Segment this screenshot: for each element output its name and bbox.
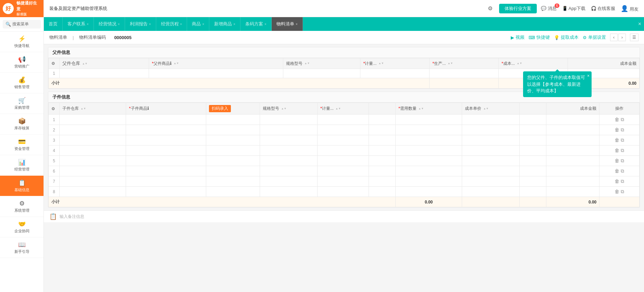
view-video-action[interactable]: ▶ 视频 — [511, 34, 524, 40]
child-scan-7[interactable] — [206, 176, 260, 187]
sidebar-item-marketing[interactable]: 📢 营销推广 — [0, 52, 44, 73]
delete-icon-7[interactable]: 🗑 — [615, 178, 619, 184]
child-scan-1[interactable] — [206, 115, 260, 125]
sidebar-item-collab[interactable]: 🤝 企业协同 — [0, 217, 44, 237]
child-warehouse-3[interactable] — [60, 135, 126, 145]
child-warehouse-2[interactable] — [60, 125, 126, 135]
tab-close-icon[interactable]: × — [118, 22, 120, 26]
tab-close-icon[interactable]: × — [296, 22, 298, 26]
sidebar-item-finance[interactable]: 💳 资金管理 — [0, 135, 44, 155]
trial-button[interactable]: 体验行业方案 — [499, 4, 537, 13]
child-unit-1[interactable] — [317, 115, 369, 125]
child-scan-4[interactable] — [206, 145, 260, 156]
delete-icon-3[interactable]: 🗑 — [615, 137, 619, 143]
parent-product-cell[interactable] — [149, 69, 283, 78]
child-unit-5[interactable] — [317, 156, 369, 166]
child-unit-cost-4[interactable] — [462, 145, 520, 156]
child-scan-2[interactable] — [206, 125, 260, 135]
delete-icon-8[interactable]: 🗑 — [615, 189, 619, 195]
sidebar-item-basic[interactable]: 📋 基础信息 — [0, 176, 44, 196]
tab-close-icon[interactable]: × — [180, 22, 182, 26]
tab-barcode[interactable]: 条码方案 × — [240, 17, 272, 31]
child-warehouse-5[interactable] — [60, 156, 126, 166]
sidebar-item-system[interactable]: ⚙ 系统管理 — [0, 196, 44, 217]
child-warehouse-6[interactable] — [60, 166, 126, 176]
child-warehouse-4[interactable] — [60, 145, 126, 156]
child-scan-5[interactable] — [206, 156, 260, 166]
tab-new-product[interactable]: 新增商品 × — [209, 17, 240, 31]
delete-icon-6[interactable]: 🗑 — [615, 168, 619, 174]
child-product-3[interactable] — [126, 135, 206, 145]
parent-warehouse-cell[interactable] — [60, 69, 149, 78]
child-spec-4[interactable] — [260, 145, 318, 156]
close-all-icon[interactable]: × — [638, 21, 641, 27]
parent-spec-cell[interactable] — [283, 69, 360, 78]
child-product-8[interactable] — [126, 187, 206, 197]
child-scan-8[interactable] — [206, 187, 260, 197]
child-product-4[interactable] — [126, 145, 206, 156]
child-spec-3[interactable] — [260, 135, 318, 145]
copy-icon-4[interactable]: ⧉ — [621, 148, 624, 153]
delete-icon-1[interactable]: 🗑 — [615, 117, 619, 122]
child-qty-6[interactable] — [395, 166, 462, 176]
parent-unit-cell[interactable] — [360, 69, 430, 78]
delete-icon-5[interactable]: 🗑 — [615, 158, 619, 164]
copy-icon-3[interactable]: ⧉ — [621, 137, 624, 143]
copy-icon-7[interactable]: ⧉ — [621, 178, 624, 184]
tab-products[interactable]: 商品 × — [187, 17, 209, 31]
child-spec-2[interactable] — [260, 125, 318, 135]
delete-icon-4[interactable]: 🗑 — [615, 148, 619, 153]
tab-customer[interactable]: 客户联系 × — [63, 17, 94, 31]
tab-close-icon[interactable]: × — [233, 22, 235, 26]
message-button[interactable]: 💬 6 消息 — [541, 5, 557, 12]
child-scan-6[interactable] — [206, 166, 260, 176]
child-unit-3[interactable] — [317, 135, 369, 145]
copy-icon-8[interactable]: ⧉ — [621, 189, 624, 195]
child-unit-4[interactable] — [317, 145, 369, 156]
copy-icon-1[interactable]: ⧉ — [621, 117, 624, 122]
child-product-5[interactable] — [126, 156, 206, 166]
child-unit-cost-7[interactable] — [462, 176, 520, 187]
grid-view-button[interactable]: ☰ — [630, 34, 639, 41]
sidebar-item-quick[interactable]: ⚡ 快捷导航 — [0, 32, 44, 52]
tab-close-icon[interactable]: × — [264, 22, 267, 26]
child-product-7[interactable] — [126, 176, 206, 187]
child-warehouse-1[interactable] — [60, 115, 126, 125]
child-col-settings[interactable]: ⚙ — [49, 103, 60, 115]
child-unit-cost-1[interactable] — [462, 115, 520, 125]
child-qty-3[interactable] — [395, 135, 462, 145]
scan-input-button[interactable]: 扫码录入 — [209, 105, 231, 112]
child-spec-6[interactable] — [260, 166, 318, 176]
child-warehouse-7[interactable] — [60, 176, 126, 187]
tooltip-close-btn[interactable]: × — [587, 73, 590, 79]
copy-icon-2[interactable]: ⧉ — [621, 127, 624, 133]
settings-button[interactable]: ⚙ — [485, 4, 495, 13]
child-product-1[interactable] — [126, 115, 206, 125]
sidebar-item-sales[interactable]: 💰 销售管理 — [0, 73, 44, 93]
child-product-2[interactable] — [126, 125, 206, 135]
child-spec-8[interactable] — [260, 187, 318, 197]
tab-close-icon[interactable]: × — [202, 22, 204, 26]
tab-bom[interactable]: 物料清单 × — [272, 17, 303, 31]
sidebar-item-operation[interactable]: 📊 经营管理 — [0, 155, 44, 176]
child-unit-cost-6[interactable] — [462, 166, 520, 176]
child-unit-cost-5[interactable] — [462, 156, 520, 166]
extract-cost-action[interactable]: 💡 提取成本 — [554, 34, 579, 40]
child-unit-cost-3[interactable] — [462, 135, 520, 145]
online-service-link[interactable]: 🎧 在线客服 — [591, 5, 616, 12]
delete-icon-2[interactable]: 🗑 — [615, 127, 619, 133]
child-product-6[interactable] — [126, 166, 206, 176]
parent-col-settings[interactable]: ⚙ — [49, 58, 60, 69]
app-download-link[interactable]: 📱 App下载 — [562, 5, 585, 12]
child-unit-cost-2[interactable] — [462, 125, 520, 135]
copy-icon-6[interactable]: ⧉ — [621, 168, 624, 174]
tab-home[interactable]: 首页 — [44, 17, 63, 31]
child-qty-7[interactable] — [395, 176, 462, 187]
shortcut-action[interactable]: ⌨ 快捷键 — [529, 34, 550, 40]
tab-operation-history[interactable]: 经营历程 × — [156, 17, 187, 31]
tab-close-icon[interactable]: × — [149, 22, 151, 26]
sidebar-item-inventory[interactable]: 📦 库存核算 — [0, 114, 44, 135]
child-qty-4[interactable] — [395, 145, 462, 156]
search-menu-area[interactable]: 🔍 搜索菜单 — [0, 17, 44, 32]
child-warehouse-8[interactable] — [60, 187, 126, 197]
